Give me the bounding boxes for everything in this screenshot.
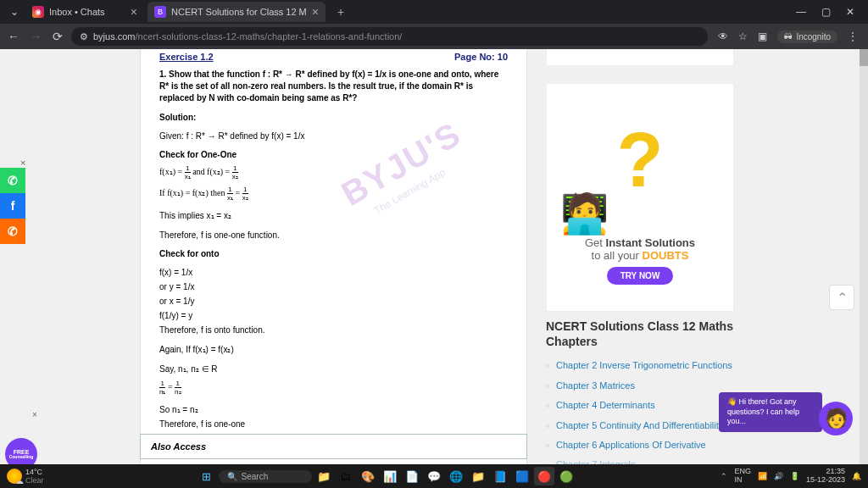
eye-off-icon[interactable]: 👁 bbox=[718, 30, 728, 42]
address-bar: ← → ⟳ ⚙ byjus.com/ncert-solutions-class-… bbox=[0, 24, 868, 49]
free-counselling-badge[interactable]: FREE Counselling bbox=[5, 438, 37, 464]
incognito-badge: 🕶 Incognito bbox=[777, 30, 837, 43]
reader-icon[interactable]: ▣ bbox=[758, 30, 767, 42]
so-text: So n₁ = n₂ bbox=[159, 404, 508, 415]
promo-card[interactable]: 🧑‍💻 ? Get Instant Solutions to all your … bbox=[546, 83, 734, 312]
onto-1: f(x) = 1/x bbox=[159, 267, 508, 278]
given-text: Given: f : R* → R* defined by f(x) = 1/x bbox=[159, 130, 508, 141]
weather-temp: 14°C bbox=[25, 468, 44, 476]
close-icon[interactable]: × bbox=[131, 5, 137, 19]
task-icon[interactable]: 💬 bbox=[424, 467, 444, 485]
weather-cond: Clear bbox=[25, 476, 44, 485]
page-content: BYJU'S The Learning App Exercise 1.2 Pag… bbox=[0, 49, 868, 464]
onto-5: Therefore, f is onto function. bbox=[159, 324, 508, 336]
start-button[interactable]: ⊞ bbox=[197, 467, 217, 485]
task-icon[interactable]: 🎨 bbox=[358, 467, 378, 485]
scrollbar[interactable] bbox=[860, 49, 868, 464]
task-icon[interactable]: 🌐 bbox=[446, 467, 466, 485]
taskbar: 14°C Clear ⊞ 🔍 Search 📁 🗂 🎨 📊 📄 💬 🌐 📁 📘 … bbox=[0, 464, 868, 488]
say-text: Say, n₁, n₂ ∈ R bbox=[159, 363, 508, 374]
chevron-up-icon[interactable]: ⌃ bbox=[721, 472, 727, 480]
battery-icon[interactable]: 🔋 bbox=[790, 472, 799, 480]
onto-3: or x = 1/y bbox=[159, 296, 508, 307]
implies-text: This implies x₁ = x₂ bbox=[159, 210, 508, 221]
task-icon[interactable]: 📊 bbox=[380, 467, 400, 485]
weather-icon bbox=[7, 469, 22, 484]
therefore-one: Therefore, f is one-one function. bbox=[159, 230, 508, 241]
chapter-link[interactable]: Chapter 2 Inverse Trigonometric Function… bbox=[546, 356, 734, 375]
browser-titlebar: ⌄ ◉ Inbox • Chats × B NCERT Solutions fo… bbox=[0, 0, 868, 24]
task-icon[interactable]: 📘 bbox=[490, 467, 510, 485]
weather-widget[interactable]: 14°C Clear bbox=[7, 468, 44, 485]
math-line-1: f(x₁) = 1x₁ and f(x₂) = 1x₂ bbox=[159, 164, 508, 180]
therefore-so: Therefore, f is one-one bbox=[159, 419, 508, 430]
chapter-link[interactable]: Chapter 7 Integrals bbox=[546, 455, 734, 464]
menu-icon[interactable]: ⋮ bbox=[848, 30, 858, 42]
math-line-3: 1n₁ = 1n₂ bbox=[159, 380, 508, 396]
close-icon[interactable]: × bbox=[20, 158, 25, 168]
instagram-icon: ◉ bbox=[32, 6, 44, 18]
chapter-link[interactable]: Chapter 5 Continuity And Differentiabili… bbox=[546, 416, 734, 435]
social-sidebar: × ✆ f ✆ bbox=[0, 168, 25, 244]
check-onto: Check for onto bbox=[159, 249, 508, 258]
taskbar-search[interactable]: 🔍 Search bbox=[219, 470, 312, 483]
again-text: Again, If f(x₁) = f(x₂) bbox=[159, 344, 508, 355]
maximize-button[interactable]: ▢ bbox=[821, 6, 831, 18]
bookmark-icon[interactable]: ☆ bbox=[738, 30, 748, 42]
phone-button[interactable]: ✆ bbox=[0, 219, 25, 244]
promo-line-2: to all your DOUBTS bbox=[547, 249, 733, 262]
tab-label: Inbox • Chats bbox=[49, 7, 105, 17]
tab-inbox[interactable]: ◉ Inbox • Chats × bbox=[25, 2, 144, 22]
task-icon[interactable]: 🟦 bbox=[512, 467, 532, 485]
spotify-icon[interactable]: 🟢 bbox=[556, 467, 576, 485]
url-input[interactable]: ⚙ byjus.com/ncert-solutions-class-12-mat… bbox=[71, 27, 708, 46]
tab-dropdown[interactable]: ⌄ bbox=[3, 6, 25, 18]
back-button[interactable]: ← bbox=[5, 30, 22, 43]
minimize-button[interactable]: — bbox=[796, 6, 806, 18]
facebook-button[interactable]: f bbox=[0, 193, 25, 219]
question-text: 1. Show that the function f : R* → R* de… bbox=[159, 69, 508, 104]
task-icon[interactable]: 🗂 bbox=[336, 467, 356, 485]
url-path: /ncert-solutions-class-12-maths/chapter-… bbox=[136, 31, 403, 42]
close-icon[interactable]: × bbox=[32, 410, 37, 419]
promo-line-1: Get Instant Solutions bbox=[547, 236, 733, 249]
task-icon[interactable]: 📁 bbox=[314, 467, 334, 485]
reload-button[interactable]: ⟳ bbox=[49, 30, 66, 43]
chapter-link[interactable]: Chapter 4 Determinants bbox=[546, 396, 734, 415]
check-one-one: Check for One-One bbox=[159, 150, 508, 159]
chapter-link[interactable]: Chapter 6 Applications Of Derivative bbox=[546, 435, 734, 455]
onto-2: or y = 1/x bbox=[159, 281, 508, 292]
close-window-button[interactable]: ✕ bbox=[846, 6, 854, 18]
promo-strip[interactable] bbox=[546, 49, 734, 66]
article-card: BYJU'S The Learning App Exercise 1.2 Pag… bbox=[140, 49, 527, 464]
onto-4: f(1/y) = y bbox=[159, 310, 508, 321]
chrome-icon[interactable]: 🔴 bbox=[534, 467, 554, 485]
task-icon[interactable]: 📄 bbox=[402, 467, 422, 485]
site-settings-icon[interactable]: ⚙ bbox=[80, 31, 88, 42]
chapters-title: NCERT Solutions Class 12 Maths Chapters bbox=[546, 319, 734, 349]
solution-label: Solution: bbox=[159, 113, 508, 122]
forward-button[interactable]: → bbox=[27, 30, 44, 43]
whatsapp-button[interactable]: ✆ bbox=[0, 168, 25, 193]
new-tab-button[interactable]: + bbox=[329, 5, 353, 19]
wifi-icon[interactable]: 📶 bbox=[758, 472, 767, 480]
tab-ncert[interactable]: B NCERT Solutions for Class 12 M × bbox=[147, 2, 326, 22]
chat-avatar[interactable]: 🧑 bbox=[819, 402, 853, 435]
exercise-label: Exercise 1.2 bbox=[159, 52, 214, 62]
volume-icon[interactable]: 🔊 bbox=[774, 472, 783, 480]
also-access-card[interactable]: Also Access bbox=[140, 434, 527, 459]
math-line-2: If f(x₁) = f(x₂) then 1x₁ = 1x₂ bbox=[159, 186, 508, 202]
close-icon[interactable]: × bbox=[312, 5, 319, 19]
notification-icon[interactable]: 🔔 bbox=[852, 472, 861, 480]
try-now-button[interactable]: TRY NOW bbox=[607, 267, 674, 285]
url-host: byjus.com bbox=[93, 31, 136, 42]
system-tray[interactable]: ⌃ ENGIN 📶 🔊 🔋 21:35 15-12-2023 🔔 bbox=[721, 468, 861, 485]
byjus-icon: B bbox=[154, 6, 166, 18]
scroll-top-button[interactable]: ⌃ bbox=[829, 285, 854, 310]
chat-bubble[interactable]: Hi there! Got any questions? I can help … bbox=[719, 392, 822, 432]
chapter-link[interactable]: Chapter 3 Matrices bbox=[546, 376, 734, 396]
promo-image: 🧑‍💻 ? bbox=[547, 84, 733, 236]
task-icon[interactable]: 📁 bbox=[468, 467, 488, 485]
tab-label: NCERT Solutions for Class 12 M bbox=[171, 7, 307, 17]
clock[interactable]: 21:35 15-12-2023 bbox=[806, 468, 845, 485]
